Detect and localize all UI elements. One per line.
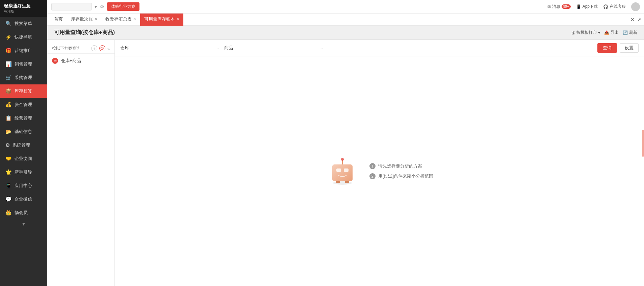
sidebar-label-member: 畅会员 <box>15 210 28 216</box>
export-btn[interactable]: 📤 导出 <box>604 30 619 35</box>
export-icon: 📤 <box>604 30 609 35</box>
sidebar-item-marketing[interactable]: 🎁 营销推广 <box>0 44 47 57</box>
print-template-btn[interactable]: 🖨 按模板打印 ▾ <box>571 30 600 35</box>
service-icon: 🎧 <box>603 4 608 9</box>
tab-collect[interactable]: 收发存汇总表 ✕ <box>101 14 140 26</box>
tab-home[interactable]: 首页 <box>50 14 67 26</box>
tab-batch[interactable]: 库存批次账 ✕ <box>67 14 101 26</box>
expand-window-icon[interactable]: ⤢ <box>637 17 641 22</box>
sidebar-label-inventory: 库存核算 <box>15 88 32 94</box>
flash-icon: ⚡ <box>5 34 12 40</box>
trial-btn[interactable]: 体验行业方案 <box>107 2 139 11</box>
content-area: 按以下方案查询 + ⚙ « 仓 仓库+商品 仓库 ··· <box>47 40 644 286</box>
empty-state: 1 请先选择要分析的方案 2 用[过滤]条件来缩小分析范围 <box>115 56 644 286</box>
sidebar-label-appstore: 应用中心 <box>15 183 32 189</box>
filter-header-label: 按以下方案查询 <box>52 46 80 51</box>
sidebar-item-member[interactable]: 👑 畅会员 <box>0 206 47 219</box>
sidebar-scroll-down[interactable]: ▼ <box>0 219 47 229</box>
svg-rect-7 <box>345 181 349 183</box>
message-btn[interactable]: ✉ 消息 99+ <box>547 4 571 9</box>
folder-icon: 📂 <box>5 129 12 135</box>
product-input[interactable] <box>236 45 317 51</box>
sidebar-item-system[interactable]: ⚙ 系统管理 <box>0 138 47 152</box>
app-edition: 标准版 <box>4 9 43 14</box>
online-service-btn[interactable]: 🎧 在线客服 <box>603 4 626 9</box>
svg-rect-2 <box>344 168 349 172</box>
filter-icons: + ⚙ « <box>91 45 110 51</box>
product-label: 商品 <box>224 45 233 51</box>
page-actions: 🖨 按模板打印 ▾ 📤 导出 🔄 刷新 <box>571 30 637 35</box>
tab-batch-close[interactable]: ✕ <box>94 17 97 21</box>
print-dropdown-icon: ▾ <box>598 30 600 35</box>
print-label: 按模板打印 <box>576 30 597 35</box>
refresh-icon: 🔄 <box>623 30 628 35</box>
page-title: 可用量查询(按仓库+商品) <box>54 29 115 36</box>
close-window-icon[interactable]: ✕ <box>630 17 635 22</box>
filter-collapse-icon[interactable]: « <box>107 46 110 51</box>
cart-icon: 🛒 <box>5 75 12 81</box>
product-more-btn[interactable]: ··· <box>319 46 323 50</box>
sidebar-item-search[interactable]: 🔍 搜索菜单 <box>0 17 47 30</box>
sidebar-label-basic: 基础信息 <box>15 129 32 135</box>
query-btn[interactable]: 查询 <box>597 43 617 53</box>
sidebar-label-system: 系统管理 <box>12 142 30 148</box>
warehouse-label: 仓库 <box>120 45 129 51</box>
handshake-icon: 🤝 <box>5 156 12 162</box>
tip-num-2: 2 <box>369 173 376 179</box>
empty-tip-1: 1 请先选择要分析的方案 <box>369 163 433 169</box>
sidebar-item-basic[interactable]: 📂 基础信息 <box>0 125 47 138</box>
sidebar-item-purchase[interactable]: 🛒 采购管理 <box>0 71 47 84</box>
message-badge: 99+ <box>562 4 571 9</box>
sidebar-label-operation: 经营管理 <box>15 115 32 121</box>
filter-row: 仓库 ··· 商品 ··· 查询 设置 <box>115 40 644 56</box>
sidebar-label-marketing: 营销推广 <box>15 48 32 54</box>
empty-illustration <box>326 154 359 188</box>
warehouse-more-btn[interactable]: ··· <box>215 46 219 50</box>
crown-icon: 👑 <box>5 210 12 216</box>
user-avatar[interactable] <box>631 2 640 11</box>
svg-rect-6 <box>336 181 340 183</box>
settings-btn[interactable]: 设置 <box>620 43 639 53</box>
tab-available[interactable]: 可用量库存账本 ✕ <box>140 14 183 26</box>
tip-text-1: 请先选择要分析的方案 <box>378 163 422 169</box>
sidebar-item-guide[interactable]: 🌟 新手引导 <box>0 165 47 179</box>
tip-text-2: 用[过滤]条件来缩小分析范围 <box>378 173 433 179</box>
tab-available-label: 可用量库存账本 <box>144 16 175 22</box>
sidebar-item-shortcut[interactable]: ⚡ 快捷导航 <box>0 30 47 44</box>
filter-add-icon[interactable]: + <box>91 45 97 51</box>
warehouse-input[interactable] <box>132 45 213 51</box>
sidebar-item-finance[interactable]: 💰 资金管理 <box>0 98 47 111</box>
topbar-gear-icon[interactable]: ⚙ <box>100 3 104 10</box>
sidebar-label-search: 搜索菜单 <box>15 21 32 27</box>
message-icon: ✉ <box>547 4 551 9</box>
chart-icon: 📊 <box>5 61 12 67</box>
app-name: 畅康通好生意 <box>4 3 43 9</box>
sidebar-item-sales[interactable]: 📊 销售管理 <box>0 57 47 71</box>
sidebar-label-finance: 资金管理 <box>15 102 32 108</box>
filter-option-icon: 仓 <box>52 58 58 64</box>
warehouse-field: 仓库 ··· <box>120 45 219 51</box>
sidebar-item-wechat[interactable]: 💬 企业微信 <box>0 192 47 206</box>
sidebar-label-purchase: 采购管理 <box>15 75 32 81</box>
tab-batch-label: 库存批次账 <box>71 16 93 22</box>
tab-available-close[interactable]: ✕ <box>176 17 179 21</box>
app-download-label: App下载 <box>583 4 598 9</box>
filter-option-warehouse-product[interactable]: 仓 仓库+商品 <box>47 55 114 67</box>
sidebar-item-appstore[interactable]: 📱 应用中心 <box>0 179 47 192</box>
online-service-label: 在线客服 <box>610 4 626 9</box>
sidebar-item-inventory[interactable]: 📦 库存核算 <box>0 84 47 98</box>
message-label: 消息 <box>552 4 560 9</box>
topbar-search-input[interactable] <box>51 3 92 10</box>
filter-settings-icon[interactable]: ⚙ <box>99 45 105 51</box>
app-download-btn[interactable]: 📱 App下载 <box>576 4 598 9</box>
filter-panel-header: 按以下方案查询 + ⚙ « <box>47 43 114 54</box>
export-label: 导出 <box>611 30 619 35</box>
refresh-btn[interactable]: 🔄 刷新 <box>623 30 637 35</box>
topbar-right: ✉ 消息 99+ 📱 App下载 🎧 在线客服 <box>547 2 640 11</box>
sidebar-item-enterprise[interactable]: 🤝 企业协同 <box>0 152 47 165</box>
right-scrollbar[interactable] <box>642 130 644 157</box>
tab-collect-label: 收发存汇总表 <box>105 16 132 22</box>
star-icon: 🌟 <box>5 169 12 175</box>
sidebar-item-operation[interactable]: 📋 经营管理 <box>0 111 47 125</box>
tab-collect-close[interactable]: ✕ <box>133 17 136 21</box>
